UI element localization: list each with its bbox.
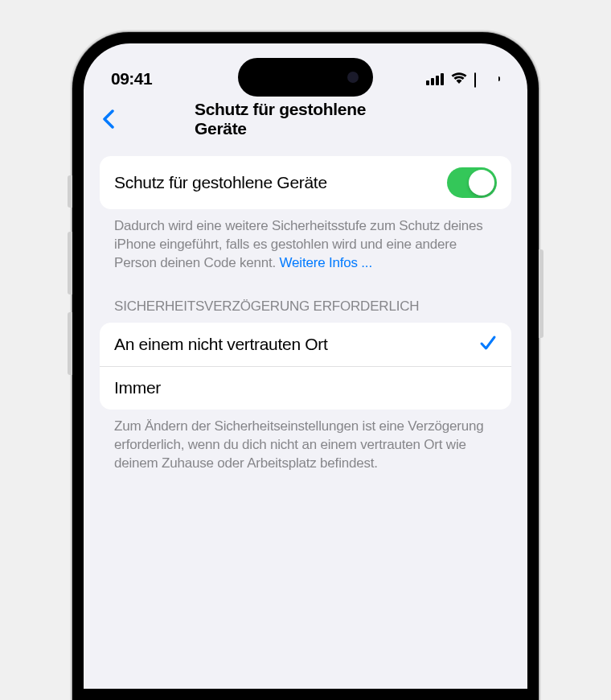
option-unfamiliar-location[interactable]: An einem nicht vertrauten Ort: [100, 323, 511, 366]
option-always[interactable]: Immer: [100, 366, 511, 410]
phone-side-button: [68, 175, 72, 208]
learn-more-link[interactable]: Weitere Infos ...: [280, 255, 372, 270]
phone-volume-up-button: [68, 232, 72, 294]
cellular-signal-icon: [426, 73, 444, 85]
protection-toggle[interactable]: [447, 167, 497, 198]
toggle-knob: [469, 170, 494, 196]
option-label: An einem nicht vertrauten Ort: [114, 335, 328, 354]
phone-power-button: [539, 249, 543, 338]
toggle-label: Schutz für gestohlene Geräte: [114, 173, 327, 192]
wifi-icon: [450, 71, 468, 87]
page-title: Schutz für gestohlene Geräte: [195, 100, 416, 138]
content-area: Schutz für gestohlene Geräte Dadurch wir…: [84, 140, 527, 473]
delay-section-header: SICHERHEITSVERZÖGERUNG ERFORDERLICH: [100, 273, 511, 323]
checkmark-icon: [479, 334, 497, 355]
phone-volume-down-button: [68, 312, 72, 375]
phone-frame: 09:41: [72, 32, 539, 700]
nav-header: Schutz für gestohlene Geräte: [84, 98, 527, 140]
delay-options-group: An einem nicht vertrauten Ort Immer: [100, 323, 511, 410]
screen: 09:41: [84, 43, 527, 689]
back-button[interactable]: [96, 107, 121, 131]
toggle-footer-text: Dadurch wird eine weitere Sicherheitsstu…: [100, 209, 511, 273]
protection-toggle-row[interactable]: Schutz für gestohlene Geräte: [100, 156, 511, 209]
status-indicators: [426, 71, 500, 87]
status-time: 09:41: [111, 69, 152, 89]
delay-footer-text: Zum Ändern der Sicherheitseinstellungen …: [100, 410, 511, 473]
battery-icon: [474, 73, 500, 85]
protection-toggle-group: Schutz für gestohlene Geräte: [100, 156, 511, 209]
option-label: Immer: [114, 378, 161, 397]
chevron-left-icon: [102, 109, 115, 129]
dynamic-island: [238, 58, 373, 97]
